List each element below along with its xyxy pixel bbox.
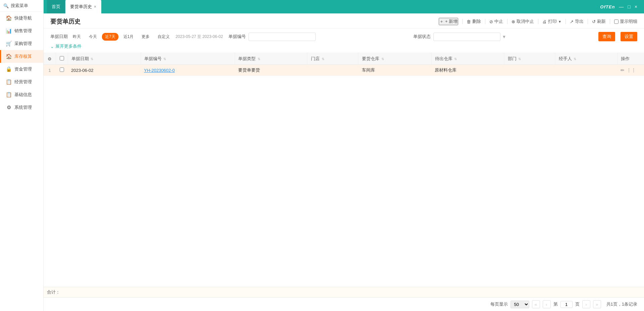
sidebar-item-finance[interactable]: 🔒 资金管理 <box>0 63 43 76</box>
content-area: 要货单历史 ＋ + 新增 🗑 删除 ⊘ 中止 ⊗ <box>44 13 644 311</box>
sidebar-item-purchase[interactable]: 🛒 采购管理 <box>0 37 43 50</box>
inventory-icon: 🏠 <box>6 53 12 59</box>
cancel-stop-icon: ⊗ <box>512 19 515 24</box>
status-input[interactable] <box>433 33 500 41</box>
sidebar-item-label: 经营管理 <box>14 79 32 85</box>
sales-icon: 📊 <box>6 28 12 34</box>
tab-active[interactable]: 要货单历史 × <box>65 0 101 13</box>
cancel-stop-label: 取消中止 <box>517 18 534 25</box>
pagination-bar: 每页显示 10 20 50 100 « ‹ 第 页 › » 共1页，1条记录 <box>44 297 644 311</box>
date-btn-today[interactable]: 今天 <box>86 33 100 41</box>
print-icon: 🖨 <box>542 19 547 24</box>
sort-pend-wh-icon: ⇅ <box>454 57 457 61</box>
col-num[interactable]: 单据编号 ⇅ <box>141 53 234 65</box>
col-pending-warehouse[interactable]: 待出仓库 ⇅ <box>431 53 504 65</box>
col-handler[interactable]: 经手人 ⇅ <box>555 53 617 65</box>
add-button[interactable]: ＋ + 新增 <box>439 18 458 25</box>
delete-label: 删除 <box>472 18 481 25</box>
show-detail-checkbox[interactable] <box>614 19 619 24</box>
summary-label: 合计： <box>47 289 60 295</box>
settings-button[interactable]: 设置 <box>621 32 637 41</box>
cell-actions: ✏ ⋮⋮ <box>617 65 644 76</box>
toolbar-sep-4 <box>538 19 538 24</box>
status-dropdown-icon[interactable]: ▼ <box>502 34 506 39</box>
export-button[interactable]: ↗ 导出 <box>570 18 584 25</box>
add-icon: ＋ <box>439 18 444 25</box>
stop-label: 中止 <box>494 18 503 25</box>
row-checkbox[interactable] <box>60 68 64 72</box>
print-label: 打印 <box>548 18 557 25</box>
sidebar-item-system[interactable]: ⚙ 系统管理 <box>0 101 43 114</box>
query-label: 查询 <box>602 34 611 40</box>
expand-more-btn[interactable]: ⌄ 展开更多条件 <box>50 41 637 51</box>
sort-handler-icon: ⇅ <box>574 57 576 61</box>
next-page-btn[interactable]: › <box>582 300 590 308</box>
maximize-icon[interactable]: □ <box>628 4 630 9</box>
toolbar-sep-6 <box>588 19 588 24</box>
cancel-stop-button[interactable]: ⊗ 取消中止 <box>512 18 534 25</box>
col-req-warehouse[interactable]: 要货仓库 ⇅ <box>359 53 431 65</box>
add-label: + 新增 <box>445 18 458 25</box>
sidebar-item-label: 系统管理 <box>14 104 32 110</box>
page-number-input[interactable] <box>560 301 573 308</box>
toolbar-sep-5 <box>566 19 566 24</box>
first-page-btn[interactable]: « <box>532 300 540 308</box>
select-all-checkbox[interactable] <box>60 56 64 60</box>
doc-num-link[interactable]: YH-20230602-0 <box>144 68 175 73</box>
col-date[interactable]: 单据日期 ⇅ <box>68 53 141 65</box>
home-icon: 🏠 <box>6 15 12 21</box>
sidebar-item-label: 库存核算 <box>14 53 32 59</box>
sidebar-item-label: 销售管理 <box>14 28 32 34</box>
date-btn-yesterday[interactable]: 昨天 <box>70 33 84 41</box>
tab-close-icon[interactable]: × <box>94 4 96 9</box>
search-menu[interactable]: 🔍 搜索菜单 <box>0 0 43 12</box>
window-close-icon[interactable]: × <box>635 4 637 9</box>
sidebar-item-label: 资金管理 <box>14 66 32 72</box>
sort-dept-icon: ⇅ <box>518 57 521 61</box>
table-footer: 合计： <box>44 287 644 297</box>
stop-button[interactable]: ⊘ 中止 <box>489 18 503 25</box>
date-btn-custom[interactable]: 自定义 <box>155 33 173 41</box>
date-btn-1month[interactable]: 近1月 <box>120 33 137 41</box>
topbar: 首页 要货单历史 × OfTEn — □ × <box>44 0 644 13</box>
date-btn-more[interactable]: 更多 <box>139 33 153 41</box>
sort-req-wh-icon: ⇅ <box>381 57 384 61</box>
search-menu-label: 搜索菜单 <box>11 3 28 9</box>
row-actions-group: ✏ ⋮⋮ <box>621 68 641 73</box>
query-button[interactable]: 查询 <box>598 32 615 41</box>
sidebar-item-label: 快捷导航 <box>14 15 32 21</box>
minimize-icon[interactable]: — <box>619 4 624 9</box>
col-type[interactable]: 单据类型 ⇅ <box>235 53 308 65</box>
expand-more-label: 展开更多条件 <box>55 43 82 49</box>
filter-bar: 单据日期 昨天 今天 近7天 近1月 更多 自定义 2023-05-27 至 2… <box>44 29 644 53</box>
row-more-icon[interactable]: ⋮⋮ <box>627 68 636 73</box>
print-button[interactable]: 🖨 打印 ▼ <box>542 18 561 25</box>
col-dept[interactable]: 部门 ⇅ <box>504 53 555 65</box>
col-shop[interactable]: 门店 ⇅ <box>308 53 359 65</box>
show-detail-checkbox-wrapper[interactable]: 显示明细 <box>614 18 637 25</box>
per-page-select[interactable]: 10 20 50 100 <box>511 301 529 308</box>
row-edit-icon[interactable]: ✏ <box>621 68 625 73</box>
refresh-button[interactable]: ↺ 刷新 <box>592 18 606 25</box>
cell-req-warehouse: 车间库 <box>359 65 431 76</box>
topbar-right: OfTEn — □ × <box>600 4 641 9</box>
doc-num-input[interactable] <box>249 33 316 41</box>
delete-button[interactable]: 🗑 删除 <box>467 18 481 25</box>
sidebar-item-quick-nav[interactable]: 🏠 快捷导航 <box>0 12 43 25</box>
sidebar-item-sales[interactable]: 📊 销售管理 <box>0 25 43 37</box>
last-page-btn[interactable]: » <box>593 300 601 308</box>
filter-row-1: 单据日期 昨天 今天 近7天 近1月 更多 自定义 2023-05-27 至 2… <box>50 32 637 41</box>
sidebar-item-basic[interactable]: 📋 基础信息 <box>0 88 43 101</box>
col-settings[interactable]: ⚙ <box>44 53 56 65</box>
data-table: ⚙ 单据日期 ⇅ 单据编号 ⇅ 单据类型 <box>44 53 644 76</box>
toolbar-sep-7 <box>610 19 610 24</box>
sidebar-item-inventory[interactable]: 🏠 库存核算 <box>0 50 43 63</box>
stop-icon: ⊘ <box>489 19 493 24</box>
sidebar-item-operation[interactable]: 📋 经营管理 <box>0 76 43 88</box>
status-filter: 单据状态 ▼ <box>413 33 593 41</box>
date-btn-7days[interactable]: 近7天 <box>102 33 118 41</box>
tab-home[interactable]: 首页 <box>47 0 65 13</box>
prev-page-btn[interactable]: ‹ <box>543 300 551 308</box>
page-header: 要货单历史 ＋ + 新增 🗑 删除 ⊘ 中止 ⊗ <box>44 13 644 29</box>
sidebar-item-label: 基础信息 <box>14 92 32 98</box>
